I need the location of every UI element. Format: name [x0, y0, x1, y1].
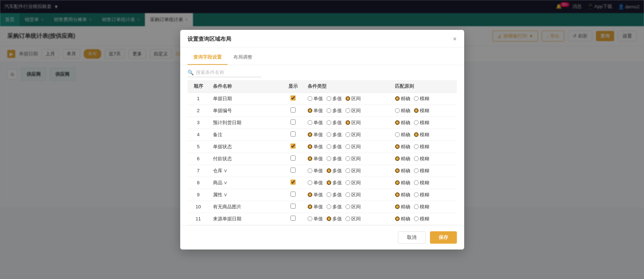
table-row: 1单据日期单值多值区间精确模糊	[187, 93, 457, 105]
match-radio-精确[interactable]: 精确	[395, 168, 410, 174]
type-radio-区间[interactable]: 区间	[345, 107, 361, 114]
tab-query-fields[interactable]: 查询字段设置	[187, 52, 228, 65]
display-checkbox[interactable]	[291, 168, 296, 174]
type-radio-单值[interactable]: 单值	[308, 156, 323, 162]
row-match-cell: 精确模糊	[391, 165, 457, 177]
row-display-cell	[282, 177, 304, 189]
type-radio-单值[interactable]: 单值	[308, 204, 323, 208]
display-checkbox[interactable]	[291, 108, 296, 114]
type-radio-区间[interactable]: 区间	[345, 95, 361, 102]
modal-table: 顺序 条件名称 显示 条件类型 匹配原则	[187, 80, 457, 208]
match-radio-模糊[interactable]: 模糊	[414, 131, 429, 138]
row-match-cell: 精确模糊	[391, 93, 457, 105]
row-display-cell	[282, 201, 304, 208]
match-radio-精确[interactable]: 精确	[395, 95, 410, 102]
type-radio-多值[interactable]: 多值	[327, 119, 342, 126]
type-radio-单值[interactable]: 单值	[308, 180, 323, 186]
row-order: 4	[187, 129, 209, 141]
table-row: 2单据编号单值多值区间精确模糊	[187, 105, 457, 117]
type-radio-多值[interactable]: 多值	[327, 95, 342, 102]
row-type-cell: 单值多值区间	[304, 201, 391, 208]
match-radio-精确[interactable]: 精确	[395, 204, 410, 208]
match-radio-精确[interactable]: 精确	[395, 144, 410, 150]
type-radio-单值[interactable]: 单值	[308, 144, 323, 150]
type-radio-区间[interactable]: 区间	[345, 119, 361, 126]
row-order: 1	[187, 93, 209, 105]
type-radio-区间[interactable]: 区间	[345, 168, 361, 174]
match-radio-模糊[interactable]: 模糊	[414, 192, 429, 198]
row-type-cell: 单值多值区间	[304, 189, 391, 201]
type-radio-多值[interactable]: 多值	[327, 156, 342, 162]
search-input[interactable]	[196, 70, 261, 75]
type-radio-单值[interactable]: 单值	[308, 107, 323, 114]
modal-close-button[interactable]: ×	[453, 36, 457, 42]
row-display-cell	[282, 117, 304, 129]
type-radio-多值[interactable]: 多值	[327, 168, 342, 174]
type-radio-区间[interactable]: 区间	[345, 204, 361, 208]
type-radio-多值[interactable]: 多值	[327, 144, 342, 150]
match-radio-精确[interactable]: 精确	[395, 156, 410, 162]
type-radio-多值[interactable]: 多值	[327, 192, 342, 198]
row-condition-name: 付款状态	[209, 153, 282, 165]
type-radio-单值[interactable]: 单值	[308, 131, 323, 138]
row-type-cell: 单值多值区间	[304, 93, 391, 105]
type-radio-单值[interactable]: 单值	[308, 119, 323, 126]
type-radio-多值[interactable]: 多值	[327, 180, 342, 186]
row-condition-name: 单据日期	[209, 93, 282, 105]
table-row: 6付款状态单值多值区间精确模糊	[187, 153, 457, 165]
display-checkbox[interactable]	[291, 156, 296, 162]
type-radio-区间[interactable]: 区间	[345, 144, 361, 150]
match-radio-精确[interactable]: 精确	[395, 107, 410, 114]
row-order: 9	[187, 189, 209, 201]
type-radio-区间[interactable]: 区间	[345, 180, 361, 186]
display-checkbox[interactable]	[291, 204, 296, 208]
row-condition-name: 商品 ∨	[209, 177, 282, 189]
type-radio-多值[interactable]: 多值	[327, 131, 342, 138]
match-radio-模糊[interactable]: 模糊	[414, 144, 429, 150]
row-match-cell: 精确模糊	[391, 201, 457, 208]
display-checkbox[interactable]	[291, 132, 296, 138]
row-type-cell: 单值多值区间	[304, 105, 391, 117]
display-checkbox[interactable]	[291, 180, 296, 186]
table-row: 4备注单值多值区间精确模糊	[187, 129, 457, 141]
match-radio-模糊[interactable]: 模糊	[414, 119, 429, 126]
row-order: 8	[187, 177, 209, 189]
type-radio-单值[interactable]: 单值	[308, 95, 323, 102]
match-radio-精确[interactable]: 精确	[395, 131, 410, 138]
match-radio-模糊[interactable]: 模糊	[414, 107, 429, 114]
type-radio-区间[interactable]: 区间	[345, 156, 361, 162]
match-radio-模糊[interactable]: 模糊	[414, 204, 429, 208]
display-checkbox[interactable]	[291, 120, 296, 126]
type-radio-单值[interactable]: 单值	[308, 168, 323, 174]
th-order: 顺序	[187, 80, 209, 93]
display-checkbox[interactable]	[291, 144, 296, 150]
row-type-cell: 单值多值区间	[304, 117, 391, 129]
display-checkbox[interactable]	[291, 96, 296, 102]
type-radio-多值[interactable]: 多值	[327, 107, 342, 114]
row-display-cell	[282, 93, 304, 105]
tab-layout-adjust[interactable]: 布局调整	[228, 52, 258, 65]
match-radio-精确[interactable]: 精确	[395, 119, 410, 126]
match-radio-模糊[interactable]: 模糊	[414, 180, 429, 186]
row-condition-name: 单据状态	[209, 141, 282, 153]
row-match-cell: 精确模糊	[391, 189, 457, 201]
row-condition-name: 有无商品图片	[209, 201, 282, 208]
row-order: 3	[187, 117, 209, 129]
row-order: 10	[187, 201, 209, 208]
match-radio-模糊[interactable]: 模糊	[414, 156, 429, 162]
match-radio-精确[interactable]: 精确	[395, 180, 410, 186]
row-display-cell	[282, 165, 304, 177]
row-type-cell: 单值多值区间	[304, 165, 391, 177]
row-match-cell: 精确模糊	[391, 141, 457, 153]
table-row: 5单据状态单值多值区间精确模糊	[187, 141, 457, 153]
modal-title: 设置查询区域布局	[187, 36, 231, 43]
type-radio-单值[interactable]: 单值	[308, 192, 323, 198]
display-checkbox[interactable]	[291, 192, 296, 198]
row-order: 5	[187, 141, 209, 153]
match-radio-模糊[interactable]: 模糊	[414, 168, 429, 174]
match-radio-精确[interactable]: 精确	[395, 192, 410, 198]
match-radio-模糊[interactable]: 模糊	[414, 95, 429, 102]
type-radio-区间[interactable]: 区间	[345, 131, 361, 138]
type-radio-多值[interactable]: 多值	[327, 204, 342, 208]
type-radio-区间[interactable]: 区间	[345, 192, 361, 198]
